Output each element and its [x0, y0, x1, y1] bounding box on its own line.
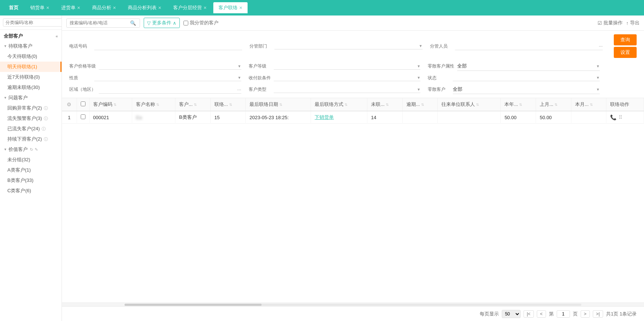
- row-actions-cell: 📞 ⠿: [606, 111, 644, 124]
- row-this-month: [571, 111, 606, 124]
- toolbar-right: ☑ 批量操作 ↑ 导出: [598, 20, 640, 26]
- query-button[interactable]: 查询: [614, 34, 637, 45]
- sidebar-item-repurchase[interactable]: 回购异常客户(2) ⓘ: [0, 103, 62, 113]
- batch-icon: ☑: [598, 20, 602, 26]
- gear-icon[interactable]: ⚙: [67, 101, 71, 107]
- last-method-link[interactable]: 下销货单: [315, 114, 334, 120]
- filter-icon: ▽: [147, 20, 151, 26]
- sidebar-item-lost[interactable]: 已流失客户(24) ⓘ: [0, 124, 62, 134]
- person-select[interactable]: ···: [455, 42, 603, 50]
- region-select[interactable]: ···: [99, 86, 241, 94]
- data-table-wrapper: ⚙ 客户编码 ⇅ 客户名称: [62, 98, 644, 303]
- sidebar-item-b-class[interactable]: B类客户(33): [0, 175, 62, 186]
- region-label: 区域（地区）: [69, 86, 96, 93]
- nav-goods-analysis[interactable]: 商品分析 ✕: [87, 2, 121, 13]
- sidebar-group-pending[interactable]: 待联络客户: [0, 41, 62, 51]
- page-number-input[interactable]: [557, 310, 570, 318]
- prev-page-btn[interactable]: <: [537, 310, 546, 318]
- row-contacts: 15: [210, 111, 246, 124]
- close-icon[interactable]: ✕: [239, 6, 242, 10]
- dept-select[interactable]: ▼: [274, 43, 422, 49]
- th-checkbox: [77, 98, 89, 111]
- my-customers-checkbox[interactable]: [183, 21, 188, 25]
- th-last-date: 最后联络日期 ⇅: [246, 98, 311, 111]
- pagination: 每页显示 50 100 200 |< < 第 页 > >| 共1页 1条记录: [62, 306, 644, 321]
- row-checkbox[interactable]: [81, 114, 85, 119]
- sidebar-item-overdue[interactable]: 逾期未联络(30): [0, 82, 62, 93]
- sort-icon: ⇅: [476, 103, 479, 107]
- row-last-date: 2023-05-23 18:25:: [246, 111, 311, 124]
- all-customers-header[interactable]: 全部客户 «: [0, 30, 62, 41]
- more-action-icon[interactable]: ⠿: [619, 114, 622, 120]
- close-icon[interactable]: ✕: [113, 6, 116, 10]
- collapse-icon[interactable]: «: [56, 34, 58, 38]
- th-year-amount: 本年... ⇅: [501, 98, 536, 111]
- sidebar-item-today[interactable]: 今天待联络(0): [0, 51, 62, 62]
- filter-cell-customer-type: 客户类型 ▼: [249, 86, 428, 93]
- more-conditions-btn[interactable]: ▽ 更多条件 ∧: [144, 18, 180, 28]
- filter-toolbar: 🔍 ▽ 更多条件 ∧ 我分管的客户 ☑ 批量操作 ↑ 导出: [62, 15, 644, 31]
- phone-input[interactable]: [94, 42, 242, 50]
- sidebar: 🔍 全部客户 « 待联络客户 今天待联络(0) 明天待联络(1) 近7天待联络(…: [0, 15, 62, 321]
- th-code: 客户编码 ⇅: [89, 98, 132, 111]
- sort-icon: ⇅: [421, 103, 424, 107]
- filter-cell-retail-customer: 零散客户 全部 ▼: [428, 85, 607, 94]
- payment-select[interactable]: ▼: [274, 75, 421, 81]
- sidebar-item-a-class[interactable]: A类客户(1): [0, 165, 62, 175]
- nav-customer-contact[interactable]: 客户联络 ✕: [213, 2, 248, 13]
- nature-select[interactable]: ▼: [94, 75, 241, 81]
- row-name: Ea: [132, 111, 175, 124]
- main-layout: 🔍 全部客户 « 待联络客户 今天待联络(0) 明天待联络(1) 近7天待联络(…: [0, 15, 644, 321]
- sidebar-group-problem[interactable]: 问题客户: [0, 93, 62, 103]
- sidebar-item-week[interactable]: 近7天待联络(0): [0, 72, 62, 82]
- set-button[interactable]: 设置: [614, 47, 637, 58]
- sidebar-item-lost-risk[interactable]: 流失预警客户(3) ⓘ: [0, 113, 62, 124]
- phone-action-icon[interactable]: 📞: [610, 114, 616, 120]
- export-icon: ↑: [626, 20, 629, 26]
- sidebar-item-decline[interactable]: 持续下滑客户(2) ⓘ: [0, 134, 62, 144]
- filter-row-4: 区域（地区） ··· 客户类型 ▼ 零散客户 全部 ▼: [69, 85, 637, 94]
- scrollbar-thumb[interactable]: [125, 304, 262, 306]
- th-overdue: 逾期... ⇅: [402, 98, 438, 111]
- customer-level-select[interactable]: ▼: [274, 63, 421, 70]
- nav-goods-analysis-list[interactable]: 商品分析列表 ✕: [123, 2, 167, 13]
- retail-attr-select[interactable]: 全部 ▼: [457, 62, 600, 71]
- select-all-checkbox[interactable]: [81, 101, 85, 106]
- price-level-label: 客户价格等级: [69, 63, 96, 69]
- sidebar-group-value[interactable]: 价值客户 ↻ ✎: [0, 144, 62, 155]
- sort-icon: ⇅: [554, 103, 557, 107]
- customer-type-select[interactable]: ▼: [274, 86, 421, 93]
- sidebar-search-input[interactable]: [3, 18, 62, 27]
- status-label: 状态: [428, 75, 450, 81]
- status-select[interactable]: ▼: [453, 75, 600, 81]
- close-icon[interactable]: ✕: [203, 6, 207, 10]
- row-checkbox-cell: [77, 111, 89, 124]
- nav-sales[interactable]: 销货单 ✕: [25, 2, 55, 13]
- export-btn[interactable]: ↑ 导出: [626, 20, 640, 26]
- close-icon[interactable]: ✕: [158, 6, 161, 10]
- first-page-btn[interactable]: |<: [524, 310, 534, 318]
- sidebar-item-unsorted[interactable]: 未分组(32): [0, 155, 62, 165]
- sidebar-item-tomorrow[interactable]: 明天待联络(1): [0, 62, 62, 72]
- retail-customer-select[interactable]: 全部 ▼: [453, 85, 600, 94]
- th-name: 客户名称 ⇅: [132, 98, 175, 111]
- top-navigation: 首页 销货单 ✕ 进货单 ✕ 商品分析 ✕ 商品分析列表 ✕ 客户分层经营 ✕ …: [0, 0, 644, 15]
- batch-op-btn[interactable]: ☑ 批量操作: [598, 20, 623, 26]
- sort-icon: ⇅: [194, 103, 197, 107]
- price-level-select[interactable]: ▼: [99, 63, 241, 70]
- nav-customer-segment[interactable]: 客户分层经营 ✕: [168, 2, 212, 13]
- nav-purchase[interactable]: 进货单 ✕: [56, 2, 85, 13]
- sort-icon: ⇅: [590, 103, 593, 107]
- next-page-btn[interactable]: >: [581, 310, 590, 318]
- close-icon[interactable]: ✕: [46, 6, 49, 10]
- close-icon[interactable]: ✕: [77, 6, 80, 10]
- sidebar-item-c-class[interactable]: C类客户(6): [0, 186, 62, 196]
- search-icon[interactable]: 🔍: [130, 20, 136, 26]
- last-page-btn[interactable]: >|: [593, 310, 603, 318]
- my-customers-checkbox-label[interactable]: 我分管的客户: [183, 20, 218, 26]
- nav-home[interactable]: 首页: [4, 2, 24, 13]
- filter-row-1: 电话号码 分管部门 ▼ 分管人员 ··· 查询 设置: [69, 34, 637, 58]
- row-code: 000021: [89, 111, 132, 124]
- per-page-select[interactable]: 50 100 200: [502, 310, 521, 318]
- search-input[interactable]: [70, 20, 129, 25]
